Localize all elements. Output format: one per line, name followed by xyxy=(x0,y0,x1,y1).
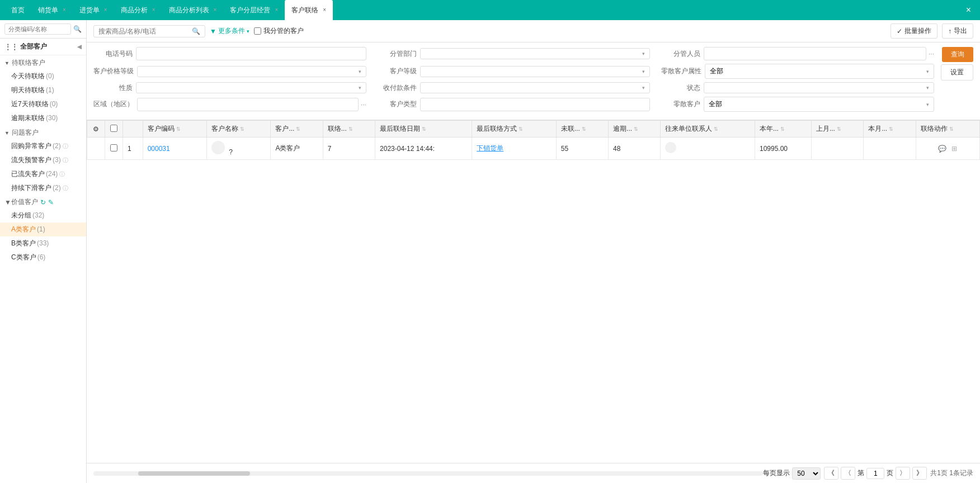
sidebar-item-class-c[interactable]: C类客户(6) xyxy=(0,250,86,264)
prev-page-button[interactable]: 〈 xyxy=(841,467,855,480)
table-header-last-date[interactable]: 最后联络日期⇅ xyxy=(375,121,472,138)
sidebar-item-class-b[interactable]: B类客户(33) xyxy=(0,236,86,250)
close-icon[interactable]: × xyxy=(63,0,66,20)
table-header-settings[interactable]: ⚙ xyxy=(87,121,105,138)
table-header-no-contact[interactable]: 未联...⇅ xyxy=(556,121,608,138)
table-header-contact[interactable]: 联络...⇅ xyxy=(323,121,375,138)
refresh-icon[interactable]: ↻ xyxy=(40,198,46,206)
table-header-level[interactable]: 客户...⇅ xyxy=(271,121,323,138)
select-all-checkbox[interactable] xyxy=(110,125,117,132)
row-select-checkbox[interactable] xyxy=(110,144,117,151)
search-box: 🔍 xyxy=(93,25,205,37)
table-header-this-month[interactable]: 本月...⇅ xyxy=(864,121,916,138)
sidebar-item-churn-warning[interactable]: 流失预警客户(3)ⓘ xyxy=(0,153,86,167)
close-icon[interactable]: × xyxy=(275,0,278,20)
sidebar-group-value[interactable]: ▼ 价值客户 ↻ ✎ xyxy=(0,195,86,209)
region-label: 区域（地区） xyxy=(93,100,134,109)
table-header-overdue[interactable]: 逾期...⇅ xyxy=(609,121,661,138)
collapse-icon[interactable]: ◀ xyxy=(77,44,82,50)
phone-input[interactable] xyxy=(136,47,366,60)
close-icon[interactable]: × xyxy=(214,0,217,20)
table-header-last-method[interactable]: 最后联络方式⇅ xyxy=(472,121,557,138)
nav-customer-segmentation[interactable]: 客户分层经营 × xyxy=(223,0,285,20)
sort-icon: ⇅ xyxy=(240,126,244,132)
sidebar-item-class-a[interactable]: A类客户(1) xyxy=(0,222,86,236)
close-icon[interactable]: × xyxy=(104,0,107,20)
row-last-method[interactable]: 下销货单 xyxy=(472,138,557,160)
page-number-input[interactable] xyxy=(866,468,884,479)
close-icon[interactable]: × xyxy=(152,0,156,20)
sidebar-item-abnormal[interactable]: 回购异常客户(2)ⓘ xyxy=(0,139,86,153)
table-header-code[interactable]: 客户编码⇅ xyxy=(143,121,206,138)
row-checkbox[interactable] xyxy=(105,138,123,160)
content-area: 🔍 ▼ 更多条件 ▾ 我分管的客户 ✓ 批量操作 ↑ 导出 xyxy=(87,20,980,483)
qr-icon[interactable]: ⊞ xyxy=(951,145,957,153)
sidebar-item-lost[interactable]: 已流失客户(24)ⓘ xyxy=(0,167,86,181)
export-button[interactable]: ↑ 导出 xyxy=(942,23,973,39)
table-header-name[interactable]: 客户名称⇅ xyxy=(207,121,271,138)
retail-attr-select[interactable]: 全部 ▾ xyxy=(705,64,934,79)
export-icon: ↑ xyxy=(948,27,951,35)
sidebar-item-declining[interactable]: 持续下滑客户(2)ⓘ xyxy=(0,181,86,195)
customer-level-select[interactable]: ▾ xyxy=(420,66,651,77)
table-header-action[interactable]: 联络动作⇅ xyxy=(916,121,979,138)
table-header-this-year[interactable]: 本年...⇅ xyxy=(755,121,811,138)
retail-select[interactable]: 全部 ▾ xyxy=(704,97,934,112)
horizontal-scrollbar[interactable] xyxy=(93,471,763,476)
my-customers-checkbox[interactable]: 我分管的客户 xyxy=(254,26,304,36)
first-page-button[interactable]: 《 xyxy=(824,467,838,480)
check-icon: ✓ xyxy=(897,27,902,35)
query-button[interactable]: 查询 xyxy=(942,47,973,62)
nav-purchase-order[interactable]: 进货单 × xyxy=(73,0,114,20)
search-input[interactable] xyxy=(98,27,192,35)
nav-product-analysis-list[interactable]: 商品分析列表 × xyxy=(162,0,224,20)
nav-sales-order[interactable]: 销货单 × xyxy=(31,0,73,20)
region-input[interactable] xyxy=(137,98,359,111)
payment-label: 收付款条件 xyxy=(378,83,417,93)
nav-product-analysis[interactable]: 商品分析 × xyxy=(114,0,162,20)
close-icon[interactable]: × xyxy=(323,0,326,20)
per-page-select[interactable]: 50 100 200 xyxy=(792,467,821,480)
sidebar-group-pending[interactable]: ▼ 待联络客户 xyxy=(0,55,86,69)
customer-type-input[interactable] xyxy=(420,98,651,111)
last-page-button[interactable]: 》 xyxy=(912,467,927,480)
sidebar-item-7days[interactable]: 近7天待联络(0) xyxy=(0,97,86,111)
sidebar-search-input[interactable] xyxy=(4,23,71,35)
batch-operation-button[interactable]: ✓ 批量操作 xyxy=(891,23,937,39)
payment-select[interactable]: ▾ xyxy=(420,82,651,93)
nav-home[interactable]: 首页 xyxy=(4,0,31,20)
sidebar-item-unclassified[interactable]: 未分组(32) xyxy=(0,209,86,222)
last-method-link[interactable]: 下销货单 xyxy=(477,144,503,152)
edit-icon[interactable]: ✎ xyxy=(48,198,54,206)
sidebar-item-overdue[interactable]: 逾期未联络(30) xyxy=(0,111,86,125)
scrollbar-thumb[interactable] xyxy=(138,471,250,476)
sidebar-item-tomorrow[interactable]: 明天待联络(1) xyxy=(0,83,86,97)
person-input[interactable] xyxy=(704,47,926,60)
status-select[interactable]: ▾ xyxy=(704,82,934,93)
avatar xyxy=(211,141,225,154)
row-this-month xyxy=(864,138,916,160)
table-header-checkbox[interactable] xyxy=(105,121,123,138)
my-customers-check[interactable] xyxy=(254,27,261,35)
message-icon[interactable]: 💬 xyxy=(938,145,946,153)
nature-select[interactable]: ▾ xyxy=(136,82,366,93)
search-icon[interactable]: 🔍 xyxy=(73,25,82,33)
more-icon[interactable]: ··· xyxy=(361,101,366,108)
sidebar-group-problem[interactable]: ▼ 问题客户 xyxy=(0,125,86,139)
nav-customer-contact[interactable]: 客户联络 × xyxy=(285,0,333,20)
search-icon[interactable]: 🔍 xyxy=(192,27,200,35)
price-level-select[interactable]: ▾ xyxy=(137,66,366,77)
row-action[interactable]: 💬 ⊞ xyxy=(916,138,979,160)
all-customers-header[interactable]: ⋮⋮ 全部客户 ◀ xyxy=(0,39,86,55)
table-header-seq xyxy=(123,121,143,138)
row-code[interactable]: 000031 xyxy=(143,138,206,160)
more-icon[interactable]: ··· xyxy=(929,50,934,58)
table-header-unit-contact[interactable]: 往来单位联系人⇅ xyxy=(661,121,755,138)
close-all-button[interactable]: × xyxy=(962,5,976,15)
dept-select[interactable]: ▾ xyxy=(420,48,651,59)
settings-button[interactable]: 设置 xyxy=(941,64,973,80)
sidebar-item-today[interactable]: 今天待联络(0) xyxy=(0,69,86,83)
next-page-button[interactable]: 〉 xyxy=(896,467,910,480)
more-filters-button[interactable]: ▼ 更多条件 ▾ xyxy=(210,26,249,36)
table-header-last-month[interactable]: 上月...⇅ xyxy=(811,121,863,138)
